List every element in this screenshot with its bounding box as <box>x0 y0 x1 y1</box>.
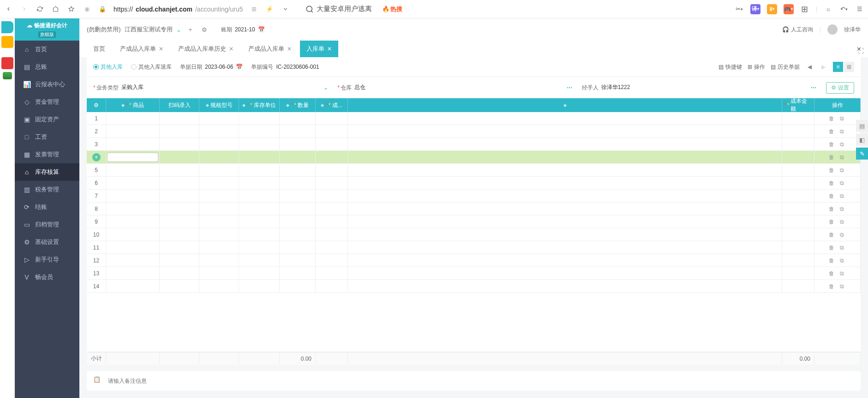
url-host: cloud.chanjet.com <box>136 6 192 13</box>
apps-icon[interactable]: ⊞ <box>800 5 809 14</box>
hot-search-badge[interactable]: 🔥热搜 <box>382 5 402 13</box>
undo-icon[interactable]: ↶▾ <box>839 5 849 14</box>
star-icon[interactable] <box>66 5 76 14</box>
url-path: /accounting/uru5 <box>195 6 243 13</box>
refresh-icon[interactable] <box>35 5 44 14</box>
shield-icon[interactable]: ◉ <box>82 5 91 14</box>
svg-line-2 <box>311 11 313 12</box>
scissors-icon[interactable]: ✂▾ <box>735 5 744 14</box>
translate-icon[interactable]: 译▾ <box>750 4 760 14</box>
svg-point-1 <box>307 6 312 12</box>
svg-marker-0 <box>69 6 74 11</box>
wallet-icon[interactable]: ¥▾ <box>767 4 777 14</box>
url-bar[interactable]: https://cloud.chanjet.com/accounting/uru… <box>114 6 243 13</box>
nav-forward-icon[interactable] <box>19 5 29 14</box>
url-prefix: https:// <box>114 6 133 13</box>
browser-search[interactable]: 大量安卓用户逃离 <box>305 5 372 13</box>
search-text: 大量安卓用户逃离 <box>317 5 372 13</box>
lock-icon: 🔒 <box>98 5 107 14</box>
home-icon[interactable] <box>51 5 60 14</box>
nav-back-icon[interactable] <box>4 5 13 14</box>
chevron-down-icon[interactable] <box>281 5 290 14</box>
sun-icon[interactable]: ☼ <box>824 5 833 14</box>
menu-icon[interactable]: ☰ <box>855 5 864 14</box>
qr-icon[interactable]: ⊞ <box>249 5 258 14</box>
game-icon[interactable]: 🎮▾ <box>784 4 794 14</box>
flash-icon[interactable]: ⚡ <box>265 5 274 14</box>
browser-toolbar: ◉ 🔒 https://cloud.chanjet.com/accounting… <box>0 0 868 18</box>
